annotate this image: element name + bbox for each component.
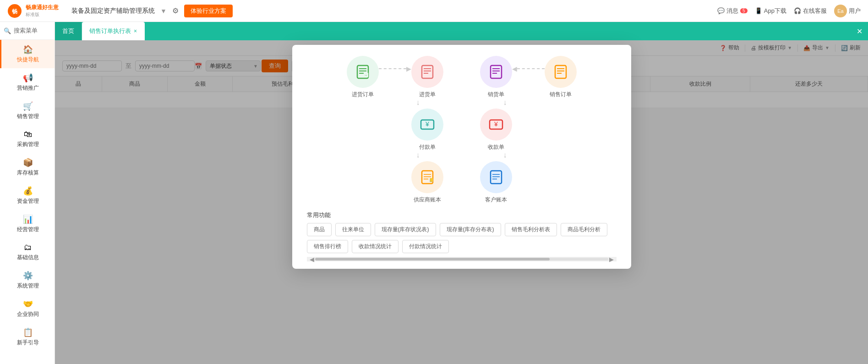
common-functions-title: 常用功能	[307, 211, 617, 219]
chart-icon: 📊	[23, 214, 33, 224]
svg-text:📒: 📒	[429, 178, 434, 182]
sidebar-item-operation[interactable]: 📊 经营管理	[0, 210, 55, 238]
modal-content: → 进货订单 ▶ 进货单	[292, 45, 631, 269]
sidebar-item-basic[interactable]: 🗂 基础信息	[0, 238, 55, 266]
experience-btn[interactable]: 体验行业方案	[184, 5, 233, 17]
flow-node-purchase-order[interactable]: → 进货订单	[347, 56, 379, 98]
message-icon: 💬	[717, 7, 725, 14]
message-label: 消息	[726, 7, 738, 15]
func-btn-receipt-stats[interactable]: 收款情况统计	[352, 240, 399, 253]
sidebar-item-collab[interactable]: 🤝 企业协同	[0, 294, 55, 323]
node-label-receipt-slip: 收款单	[488, 143, 504, 151]
func-btn-sales-profit[interactable]: 销售毛利分析表	[505, 223, 557, 236]
message-icon-item[interactable]: 💬 消息 5	[717, 7, 748, 15]
sidebar-item-label: 经营管理	[17, 226, 39, 234]
sidebar-item-label: 新手引导	[17, 339, 39, 347]
svg-rect-11	[491, 65, 502, 78]
sidebar-item-label: 资金管理	[17, 197, 39, 205]
sidebar-item-quick-nav[interactable]: 🏠 快捷导航	[0, 40, 55, 68]
logo-area: 畅 畅康通好生意 标准版	[7, 4, 62, 18]
common-functions-row1: 商品 往来单位 现存量(库存状况表) 现存量(库存分布表) 销售毛利分析表 商品…	[307, 223, 617, 236]
sidebar-item-purchase[interactable]: 🛍 采购管理	[0, 125, 55, 153]
sidebar: 🔍 搜索菜单 🏠 快捷导航 📢 营销推广 🛒 销售管理 🛍 采购管理 📦 库存核…	[0, 22, 55, 364]
func-btn-stock-status[interactable]: 现存量(库存状况表)	[375, 223, 436, 236]
func-btn-stock-dist[interactable]: 现存量(库存分布表)	[440, 223, 501, 236]
flow-node-sales-order[interactable]: 销售订单	[545, 56, 577, 98]
sidebar-item-label: 库存核算	[17, 169, 39, 177]
scrollbar-thumb	[315, 258, 550, 261]
sidebar-item-label: 系统管理	[17, 282, 39, 290]
flow-node-receipt-slip[interactable]: ¥ 收款单	[480, 109, 512, 151]
tab-home-label: 首页	[62, 27, 74, 35]
svg-rect-15	[555, 65, 566, 78]
sidebar-item-newbie[interactable]: 📋 新手引导	[0, 323, 55, 351]
tab-sales-order[interactable]: 销售订单执行表 ×	[82, 22, 145, 40]
svg-text:畅: 畅	[12, 8, 17, 15]
common-functions-row2: 销售排行榜 收款情况统计 付款情况统计	[307, 240, 617, 253]
tab-home[interactable]: 首页	[55, 22, 82, 40]
func-btn-contacts[interactable]: 往来单位	[335, 223, 371, 236]
tab-close-icon[interactable]: ×	[134, 28, 137, 34]
close-all-tabs-icon[interactable]: ✕	[857, 27, 863, 35]
flow-node-customer-ledger[interactable]: 客户账本	[480, 161, 512, 204]
tab-label: 销售订单执行表	[89, 27, 131, 35]
tab-bar-right: ✕	[857, 27, 868, 36]
home-icon: 🏠	[23, 44, 33, 54]
func-btn-goods-profit[interactable]: 商品毛利分析	[561, 223, 607, 236]
bag-icon: 🛍	[24, 130, 32, 139]
svg-text:¥: ¥	[494, 120, 498, 128]
app-download-item[interactable]: 📱 App下载	[755, 7, 786, 15]
app-logo-icon: 畅	[7, 4, 22, 18]
node-label-sales-slip: 销货单	[488, 91, 504, 98]
func-btn-goods[interactable]: 商品	[307, 223, 332, 236]
node-label-payment-slip: 付款单	[419, 143, 436, 151]
header-right: 💬 消息 5 📱 App下载 🎧 在线客服 Ea 用户	[717, 5, 861, 17]
flow-node-purchase-slip[interactable]: 进货单	[411, 56, 443, 98]
settings-gear-icon[interactable]: ⚙	[172, 6, 179, 15]
flow-node-supplier-ledger[interactable]: 📒 供应商账本	[411, 161, 443, 204]
money-icon: 💰	[23, 186, 33, 196]
flow-node-payment-slip[interactable]: ¥ 付款单	[411, 109, 443, 151]
scroll-left-arrow[interactable]: ◀	[309, 256, 315, 263]
app-download-label: App下载	[764, 7, 786, 15]
sidebar-item-sales[interactable]: 🛒 销售管理	[0, 97, 55, 125]
modal-overlay: → 进货订单 ▶ 进货单	[55, 40, 868, 364]
sidebar-item-label: 销售管理	[17, 113, 39, 120]
node-label-purchase-slip: 进货单	[419, 91, 436, 98]
scroll-right-arrow[interactable]: ▶	[608, 256, 615, 263]
sidebar-item-label: 营销推广	[17, 84, 39, 92]
box-icon: 📦	[23, 158, 33, 168]
clipboard-icon: 📋	[23, 327, 33, 337]
sidebar-item-label: 采购管理	[17, 141, 39, 148]
sidebar-item-system[interactable]: ⚙️ 系统管理	[0, 266, 55, 294]
scrollbar-track	[315, 258, 608, 261]
headset-icon: 🎧	[794, 7, 801, 14]
sidebar-item-marketing[interactable]: 📢 营销推广	[0, 68, 55, 97]
node-label-supplier-ledger: 供应商账本	[414, 196, 441, 204]
system-title: 装备及固定资产辅助管理系统	[71, 7, 155, 15]
folder-icon: 🗂	[24, 243, 32, 252]
search-icon: 🔍	[4, 27, 11, 34]
online-service-item[interactable]: 🎧 在线客服	[794, 7, 827, 15]
download-icon: 📱	[755, 7, 762, 14]
flow-node-sales-slip[interactable]: 销货单	[480, 56, 512, 98]
sidebar-search[interactable]: 🔍 搜索菜单	[0, 22, 55, 40]
header-left: 畅 畅康通好生意 标准版 装备及固定资产辅助管理系统 ▼ ⚙ 体验行业方案	[7, 4, 233, 18]
search-label: 搜索菜单	[14, 27, 38, 35]
sidebar-item-inventory[interactable]: 📦 库存核算	[0, 153, 55, 181]
svg-rect-7	[422, 65, 433, 78]
func-btn-payment-stats[interactable]: 付款情况统计	[402, 240, 449, 253]
megaphone-icon: 📢	[23, 73, 33, 83]
sidebar-item-label: 基础信息	[17, 254, 39, 261]
svg-rect-28	[491, 171, 502, 184]
node-label-sales-order: 销售订单	[550, 91, 572, 98]
func-btn-sales-rank[interactable]: 销售排行榜	[307, 240, 348, 253]
gear-icon: ⚙️	[23, 271, 33, 281]
svg-text:→: →	[364, 73, 367, 77]
user-item[interactable]: Ea 用户	[834, 5, 861, 17]
sidebar-item-finance[interactable]: 💰 资金管理	[0, 181, 55, 210]
tab-bar: 首页 销售订单执行表 × ✕	[55, 22, 868, 40]
handshake-icon: 🤝	[23, 299, 33, 309]
system-dropdown[interactable]: ▼	[160, 7, 167, 15]
avatar: Ea	[834, 5, 847, 17]
